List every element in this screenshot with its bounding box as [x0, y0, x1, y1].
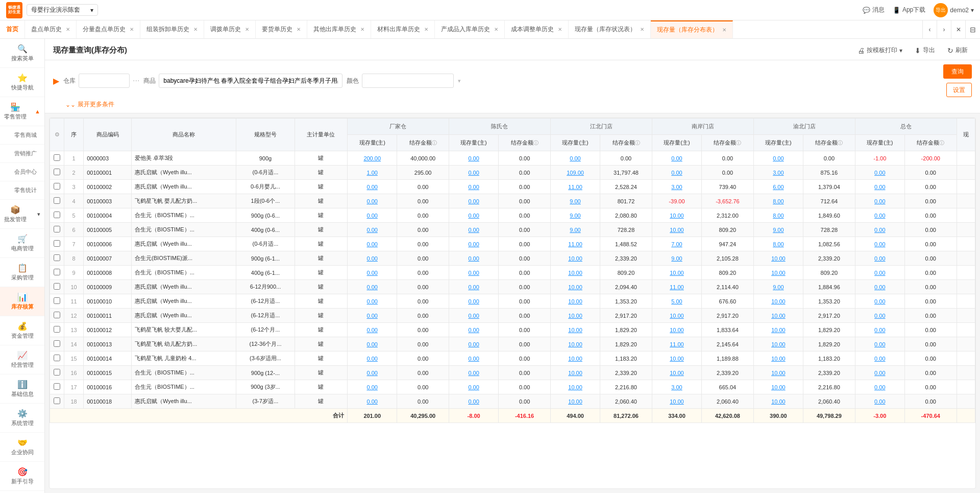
- row-na-stock[interactable]: 10.00: [652, 351, 701, 366]
- row-chen-stock[interactable]: 0.00: [449, 251, 498, 266]
- tab-qita-chuku[interactable]: 其他出库单历史 ✕: [307, 20, 371, 39]
- close-icon[interactable]: ✕: [424, 27, 428, 32]
- sidebar-item-operation[interactable]: 📈 经营管理: [0, 345, 44, 374]
- sidebar-item-enterprise-collab[interactable]: 🤝 企业协同: [0, 433, 44, 462]
- row-total-stock[interactable]: 0.00: [855, 309, 904, 323]
- row-checkbox[interactable]: [50, 237, 64, 251]
- close-icon[interactable]: ✕: [193, 27, 198, 32]
- tab-yaohuo[interactable]: 要货单历史 ✕: [256, 20, 307, 39]
- row-jb-stock[interactable]: 0.00: [550, 151, 600, 166]
- row-jb-stock[interactable]: 10.00: [550, 280, 600, 294]
- goods-input[interactable]: [159, 74, 342, 88]
- row-na-stock[interactable]: 10.00: [652, 208, 701, 223]
- app-download-button[interactable]: 📱 App下载: [893, 6, 925, 14]
- row-checkbox[interactable]: [50, 266, 64, 280]
- row-yb-stock[interactable]: 10.00: [753, 251, 803, 266]
- row-jb-stock[interactable]: 10.00: [550, 323, 600, 337]
- row-total-stock[interactable]: 0.00: [855, 166, 904, 180]
- row-total-stock[interactable]: 0.00: [855, 351, 904, 366]
- row-chen-stock[interactable]: 0.00: [449, 237, 498, 251]
- row-jb-stock[interactable]: 10.00: [550, 394, 600, 409]
- row-checkbox[interactable]: [50, 394, 64, 409]
- row-yb-stock[interactable]: 8.00: [753, 237, 803, 251]
- row-total-stock[interactable]: 0.00: [855, 223, 904, 237]
- row-jb-stock[interactable]: 9.00: [550, 223, 600, 237]
- col-settings[interactable]: ⚙: [50, 119, 64, 151]
- row-checkbox[interactable]: [50, 166, 64, 180]
- row-yb-stock[interactable]: 3.00: [753, 166, 803, 180]
- row-chen-stock[interactable]: 0.00: [449, 323, 498, 337]
- row-checkbox[interactable]: [50, 180, 64, 194]
- row-checkbox[interactable]: [50, 309, 64, 323]
- message-button[interactable]: 💬 消息: [863, 6, 885, 14]
- tab-pandian[interactable]: 盘点单历史 ✕: [25, 20, 77, 39]
- row-fac-stock[interactable]: 0.00: [347, 194, 397, 208]
- close-icon[interactable]: ✕: [297, 27, 301, 32]
- row-fac-stock[interactable]: 0.00: [347, 180, 397, 194]
- row-na-stock[interactable]: 3.00: [652, 180, 701, 194]
- row-checkbox[interactable]: [50, 223, 64, 237]
- sidebar-item-finance[interactable]: 💰 资金管理: [0, 316, 44, 345]
- row-yb-stock[interactable]: 10.00: [753, 366, 803, 380]
- row-jb-stock[interactable]: 9.00: [550, 208, 600, 223]
- row-chen-stock[interactable]: 0.00: [449, 351, 498, 366]
- row-total-stock[interactable]: 0.00: [855, 251, 904, 266]
- sidebar-item-retail-mall[interactable]: 零售商城: [0, 126, 44, 145]
- row-fac-stock[interactable]: 0.00: [347, 237, 397, 251]
- sidebar-item-system[interactable]: ⚙️ 系统管理: [0, 404, 44, 433]
- row-yb-stock[interactable]: 10.00: [753, 380, 803, 394]
- row-jb-stock[interactable]: 11.00: [550, 180, 600, 194]
- row-yb-stock[interactable]: 10.00: [753, 266, 803, 280]
- settings-icon[interactable]: ⚙: [55, 131, 60, 137]
- row-fac-stock[interactable]: 0.00: [347, 351, 397, 366]
- row-total-stock[interactable]: 0.00: [855, 323, 904, 337]
- row-chen-stock[interactable]: 0.00: [449, 337, 498, 351]
- sidebar-item-app-center[interactable]: 📱 应用中心: [0, 491, 44, 493]
- row-na-stock[interactable]: 11.00: [652, 337, 701, 351]
- row-chen-stock[interactable]: 0.00: [449, 294, 498, 309]
- sidebar-item-search[interactable]: 🔍 搜索英单: [0, 39, 44, 68]
- row-na-stock[interactable]: 10.00: [652, 323, 701, 337]
- nav-prev-button[interactable]: ‹: [923, 20, 937, 39]
- row-na-stock[interactable]: 0.00: [652, 151, 701, 166]
- info-icon[interactable]: ⓘ: [432, 140, 437, 146]
- info-icon[interactable]: ⓘ: [736, 140, 741, 146]
- sidebar-item-retail-mgmt[interactable]: 🏪 零售管理 ▲: [0, 97, 44, 126]
- row-yb-stock[interactable]: 9.00: [753, 280, 803, 294]
- sidebar-item-wholesale-mgmt[interactable]: 📦 批发管理 ▾: [0, 200, 44, 229]
- row-jb-stock[interactable]: 10.00: [550, 266, 600, 280]
- sidebar-item-retail-stats[interactable]: 零售统计: [0, 181, 44, 200]
- user-profile[interactable]: 导出 demo2 ▾: [934, 3, 974, 17]
- row-total-stock[interactable]: 0.00: [855, 394, 904, 409]
- row-yb-stock[interactable]: 10.00: [753, 323, 803, 337]
- row-na-stock[interactable]: 10.00: [652, 394, 701, 409]
- row-chen-stock[interactable]: 0.00: [449, 166, 498, 180]
- sidebar-item-member-center[interactable]: 会员中心: [0, 163, 44, 181]
- sidebar-item-inventory[interactable]: 📊 库存核算: [0, 287, 44, 316]
- row-checkbox[interactable]: [50, 380, 64, 394]
- export-button[interactable]: ⬇ 导出: [911, 44, 939, 57]
- row-chen-stock[interactable]: 0.00: [449, 266, 498, 280]
- close-icon[interactable]: ✕: [494, 27, 498, 32]
- row-fac-stock[interactable]: 1.00: [347, 166, 397, 180]
- sidebar-item-newbie-guide[interactable]: 🎯 新手引导: [0, 462, 44, 491]
- tab-diaobo[interactable]: 调拨单历史 ✕: [204, 20, 256, 39]
- row-chen-stock[interactable]: 0.00: [449, 280, 498, 294]
- sidebar-item-basic-info[interactable]: ℹ️ 基础信息: [0, 374, 44, 404]
- warehouse-more-icon[interactable]: ···: [133, 76, 139, 85]
- close-icon[interactable]: ✕: [130, 27, 134, 32]
- row-total-stock[interactable]: 0.00: [855, 237, 904, 251]
- nav-expand-button[interactable]: ⊟: [966, 20, 980, 39]
- row-checkbox[interactable]: [50, 251, 64, 266]
- row-chen-stock[interactable]: 0.00: [449, 366, 498, 380]
- info-icon[interactable]: ⓘ: [939, 140, 944, 146]
- row-yb-stock[interactable]: 6.00: [753, 180, 803, 194]
- close-icon[interactable]: ✕: [66, 27, 70, 32]
- row-total-stock[interactable]: 0.00: [855, 294, 904, 309]
- row-chen-stock[interactable]: 0.00: [449, 194, 498, 208]
- close-icon[interactable]: ✕: [360, 27, 364, 32]
- row-na-stock[interactable]: 10.00: [652, 266, 701, 280]
- print-button[interactable]: 🖨 按模板打印 ▾: [853, 44, 906, 57]
- row-total-stock[interactable]: 0.00: [855, 208, 904, 223]
- row-yb-stock[interactable]: 10.00: [753, 309, 803, 323]
